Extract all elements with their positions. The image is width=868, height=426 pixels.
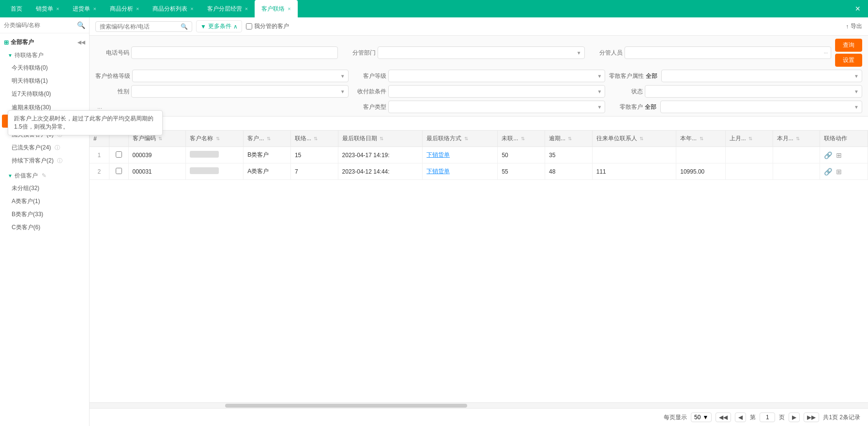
row-type-1: B类客户 (244, 147, 291, 163)
close-list-icon[interactable]: × (190, 0, 193, 17)
col-overdue[interactable]: 逾期... ⇅ (545, 131, 593, 147)
close-contact-icon[interactable]: × (288, 0, 290, 17)
sidebar-pending-section[interactable]: ▼ 待联络客户 (0, 49, 89, 61)
close-purchase-icon[interactable]: × (93, 0, 96, 17)
export-button[interactable]: ↑ 导出 (846, 22, 862, 30)
col-contact-count[interactable]: 联络... ⇅ (290, 131, 338, 147)
col-this-month[interactable]: 本月... ⇅ (773, 131, 820, 147)
close-layered-icon[interactable]: × (245, 0, 248, 17)
collapse-icon: ◀◀ (77, 40, 85, 45)
top-nav: 首页 销货单 × 进货单 × 商品分析 × 商品分析列表 × 客户分层经营 × … (0, 0, 868, 17)
nav-product-list[interactable]: 商品分析列表 × (146, 0, 200, 17)
sort-contacts-icon: ⇅ (640, 136, 643, 141)
sidebar-item-declining[interactable]: 持续下滑客户(2) ⓘ (0, 154, 89, 167)
sidebar-all-customers[interactable]: ⊞ 全部客户 ◀◀ (0, 35, 89, 49)
filter-row-2: 客户价格等级 ▼ 客户等级 ▼ 零散客户属性 全部 (95, 70, 862, 82)
cust-type-select[interactable]: ▼ (388, 101, 606, 113)
sort-name-icon: ⇅ (216, 136, 220, 141)
close-all-button[interactable]: × (851, 4, 864, 14)
row-year-2: 10995.00 (676, 163, 726, 180)
row-contacts-2: 111 (592, 163, 676, 180)
col-last-date[interactable]: 最后联络日期 ⇅ (338, 131, 423, 147)
nav-customer-layered[interactable]: 客户分层经营 × (200, 0, 255, 17)
nav-customer-contact[interactable]: 客户联络 × (255, 0, 297, 17)
row-code-1[interactable]: 000039 (128, 147, 186, 163)
first-page-button[interactable]: ◀◀ (716, 412, 731, 422)
dept-select[interactable]: ▼ (378, 46, 584, 59)
col-last-method[interactable]: 最后联络方式 ⇅ (423, 131, 498, 147)
col-uncontacted[interactable]: 未联... ⇅ (498, 131, 545, 147)
page-size-arrow-icon: ▼ (702, 414, 708, 421)
person-select[interactable]: ··· (624, 46, 831, 59)
grid-action-icon-1[interactable]: ⊞ (836, 151, 842, 159)
next-page-button[interactable]: ▶ (789, 412, 800, 422)
last-page-button[interactable]: ▶▶ (804, 412, 819, 422)
horizontal-scrollbar[interactable] (90, 402, 868, 408)
payment-select[interactable]: ▼ (388, 85, 606, 98)
close-analysis-icon[interactable]: × (136, 0, 139, 17)
sort-code-icon: ⇅ (158, 136, 162, 141)
more-conditions-button[interactable]: ▼ 更多条件 ∧ (196, 20, 242, 32)
link-action-icon-1[interactable]: 🔗 (824, 151, 832, 159)
my-customers-checkbox[interactable] (246, 23, 252, 29)
sidebar-item-7days[interactable]: 近7天待联络(0) (0, 88, 89, 101)
sidebar-item-a-class[interactable]: A类客户(1) (0, 195, 89, 208)
info-icon-churned: ⓘ (55, 145, 60, 150)
nav-product-analysis[interactable]: 商品分析 × (103, 0, 146, 17)
price-arrow-icon: ▼ (340, 73, 345, 79)
sidebar-value-section[interactable]: ▼ 价值客户 ✎ (0, 170, 89, 182)
page-number-input[interactable] (760, 412, 775, 422)
price-level-select[interactable]: ▼ (132, 70, 349, 82)
edit-icon[interactable]: ✎ (42, 172, 46, 179)
row-overdue-1: 35 (545, 147, 593, 163)
table-row: 1 000039 B类客户 15 2023-04-17 14:19: 下销货单 … (90, 147, 868, 163)
sidebar-item-today[interactable]: 今天待联络(0) (0, 61, 89, 74)
sidebar-item-c-class[interactable]: C类客户(6) (0, 221, 89, 234)
row-method-2[interactable]: 下销货单 (423, 163, 498, 180)
person-label: 分管人员 (589, 49, 623, 57)
sidebar-item-ungrouped[interactable]: 未分组(32) (0, 182, 89, 195)
nav-sales[interactable]: 销货单 × (29, 0, 66, 17)
row-code-2[interactable]: 000031 (128, 163, 186, 180)
retail-attr-arrow-icon: ▼ (854, 73, 859, 79)
phone-input[interactable] (131, 46, 338, 59)
data-table: # 客户编码 ⇅ 客户名称 ⇅ 客户... ⇅ (90, 131, 868, 180)
sidebar-item-churned[interactable]: 已流失客户(24) ⓘ (0, 141, 89, 154)
scroll-thumb[interactable] (225, 404, 467, 408)
price-level-label: 客户价格等级 (95, 72, 130, 80)
gender-select[interactable]: ▼ (131, 85, 349, 98)
row-checkbox-1[interactable] (109, 147, 128, 163)
main-search-icon[interactable]: 🔍 (181, 23, 188, 30)
col-customer-type[interactable]: 客户... ⇅ (244, 131, 291, 147)
col-name[interactable]: 客户名称 ⇅ (186, 131, 244, 147)
close-sales-icon[interactable]: × (56, 0, 59, 17)
main-search-input[interactable] (100, 23, 181, 30)
col-this-year[interactable]: 本年... ⇅ (676, 131, 726, 147)
col-last-month[interactable]: 上月... ⇅ (725, 131, 773, 147)
row-contact-2: 7 (290, 163, 338, 180)
col-contacts[interactable]: 往来单位联系人 ⇅ (592, 131, 676, 147)
settings-button[interactable]: 设置 (835, 54, 862, 67)
action-icons-2: 🔗 ⊞ (824, 168, 864, 176)
cust-level-select[interactable]: ▼ (388, 70, 606, 82)
nav-purchase[interactable]: 进货单 × (66, 0, 103, 17)
query-button[interactable]: 查询 (835, 39, 862, 52)
sidebar-search-input[interactable] (4, 22, 77, 29)
sidebar-item-tomorrow[interactable]: 明天待联络(1) (0, 74, 89, 88)
gender-arrow-icon: ▼ (340, 89, 345, 94)
grid-action-icon-2[interactable]: ⊞ (836, 168, 842, 176)
sidebar-search-icon[interactable]: 🔍 (77, 21, 85, 29)
nav-home[interactable]: 首页 (4, 0, 29, 17)
row-uncontacted-2: 55 (498, 163, 545, 180)
row-lmonth-2 (725, 163, 773, 180)
more-dots[interactable]: ... (95, 103, 104, 110)
retail-attr-select[interactable]: ▼ (661, 70, 862, 82)
status-select[interactable]: ▼ (645, 85, 862, 98)
page-size-select[interactable]: 50 ▼ (691, 412, 712, 422)
row-checkbox-2[interactable] (109, 163, 128, 180)
link-action-icon-2[interactable]: 🔗 (824, 168, 832, 176)
row-method-1[interactable]: 下销货单 (423, 147, 498, 163)
sidebar-item-b-class[interactable]: B类客户(33) (0, 208, 89, 221)
retail-cust-select[interactable]: ▼ (660, 101, 862, 113)
prev-page-button[interactable]: ◀ (735, 412, 746, 422)
